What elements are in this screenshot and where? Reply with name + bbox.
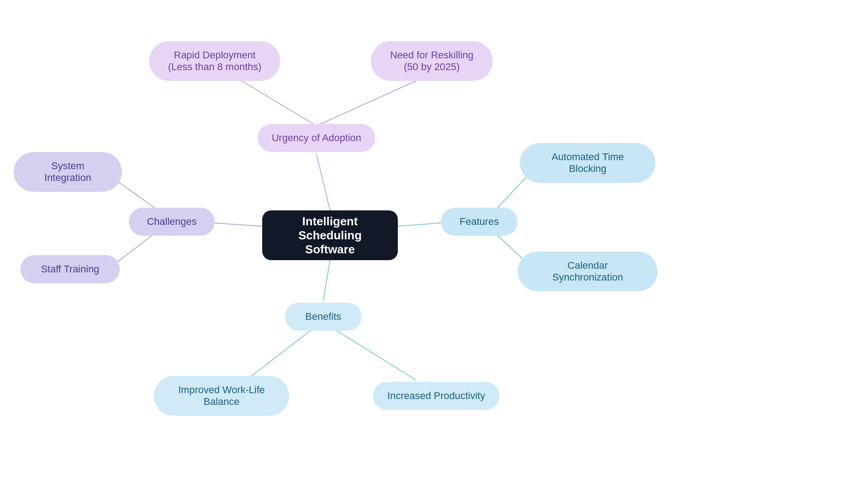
svg-line-9 <box>323 260 330 301</box>
productivity-node[interactable]: Increased Productivity <box>373 382 500 410</box>
urgency-label: Urgency of Adoption <box>272 132 361 144</box>
svg-line-10 <box>246 329 312 380</box>
center-label: Intelligent Scheduling Software <box>276 214 384 257</box>
calendar-sync-label: Calendar Synchronization <box>531 260 644 283</box>
system-integration-label: System Integration <box>27 160 108 184</box>
benefits-node[interactable]: Benefits <box>285 303 362 331</box>
svg-line-0 <box>316 154 330 210</box>
rapid-deployment-label: Rapid Deployment (Less than 8 months) <box>163 49 267 73</box>
svg-line-5 <box>111 231 158 267</box>
center-node[interactable]: Intelligent Scheduling Software <box>262 210 398 260</box>
work-life-balance-label: Improved Work-Life Balance <box>167 384 276 408</box>
staff-training-node[interactable]: Staff Training <box>20 255 120 283</box>
system-integration-node[interactable]: System Integration <box>14 152 122 192</box>
automated-time-blocking-node[interactable]: Automated Time Blocking <box>520 143 656 183</box>
work-life-balance-node[interactable]: Improved Work-Life Balance <box>154 376 289 416</box>
productivity-label: Increased Productivity <box>387 390 485 402</box>
svg-line-1 <box>235 77 316 126</box>
reskilling-node[interactable]: Need for Reskilling (50 by 2025) <box>371 41 493 81</box>
features-label: Features <box>460 216 499 228</box>
benefits-label: Benefits <box>305 311 341 323</box>
urgency-node[interactable]: Urgency of Adoption <box>258 124 375 152</box>
challenges-node[interactable]: Challenges <box>129 208 215 236</box>
svg-line-2 <box>316 77 425 126</box>
reskilling-label: Need for Reskilling (50 by 2025) <box>384 49 479 73</box>
calendar-sync-node[interactable]: Calendar Synchronization <box>518 252 658 291</box>
svg-line-11 <box>335 329 416 380</box>
mindmap-container: Intelligent Scheduling Software Urgency … <box>0 0 868 490</box>
staff-training-label: Staff Training <box>41 263 99 275</box>
rapid-deployment-node[interactable]: Rapid Deployment (Less than 8 months) <box>149 41 280 81</box>
automated-time-blocking-label: Automated Time Blocking <box>533 151 642 175</box>
features-node[interactable]: Features <box>441 208 518 236</box>
challenges-label: Challenges <box>147 216 197 228</box>
svg-line-7 <box>495 172 531 210</box>
